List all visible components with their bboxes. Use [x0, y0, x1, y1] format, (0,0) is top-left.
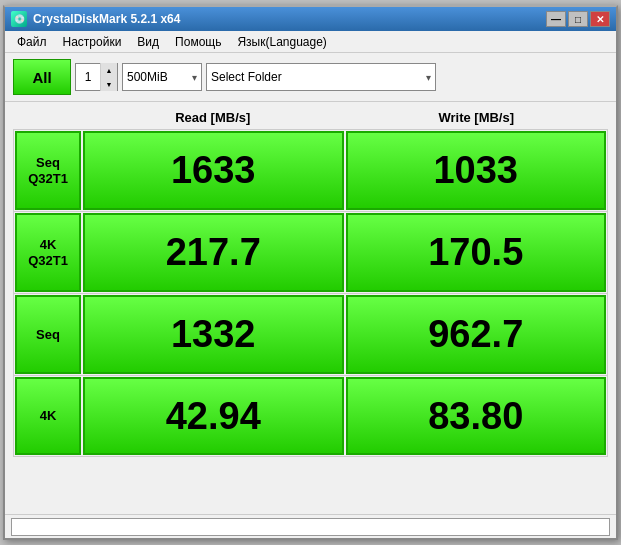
- title-bar-left: 💿 CrystalDiskMark 5.2.1 x64: [11, 11, 180, 27]
- column-headers: Read [MB/s] Write [MB/s]: [13, 110, 608, 129]
- count-value: 1: [76, 70, 100, 84]
- row-read-value: 1332: [83, 295, 344, 374]
- menu-view[interactable]: Вид: [129, 33, 167, 51]
- row-write-value: 962.7: [346, 295, 607, 374]
- app-icon: 💿: [11, 11, 27, 27]
- rows-container: SeqQ32T1 1633 1033 4KQ32T1 217.7 170.5 S…: [13, 129, 608, 457]
- write-header: Write [MB/s]: [345, 110, 609, 125]
- menu-language[interactable]: Язык(Language): [229, 33, 334, 51]
- folder-dropdown-arrow: ▾: [426, 72, 431, 83]
- minimize-button[interactable]: —: [546, 11, 566, 27]
- close-button[interactable]: ✕: [590, 11, 610, 27]
- status-field: [11, 518, 610, 536]
- table-row: SeqQ32T1 1633 1033: [13, 129, 608, 211]
- row-label: Seq: [15, 295, 81, 374]
- table-row: 4KQ32T1 217.7 170.5: [13, 211, 608, 293]
- count-down-arrow[interactable]: ▼: [101, 77, 117, 91]
- all-button[interactable]: All: [13, 59, 71, 95]
- row-write-value: 83.80: [346, 377, 607, 455]
- title-bar: 💿 CrystalDiskMark 5.2.1 x64 — □ ✕: [5, 7, 616, 31]
- row-read-value: 42.94: [83, 377, 344, 455]
- main-content: Read [MB/s] Write [MB/s] SeqQ32T1 1633 1…: [5, 102, 616, 514]
- size-value: 500MiB: [127, 70, 168, 84]
- menu-settings[interactable]: Настройки: [55, 33, 130, 51]
- toolbar: All 1 ▲ ▼ 500MiB ▾ Select Folder ▾: [5, 53, 616, 102]
- table-row: 4K 42.94 83.80: [13, 375, 608, 457]
- table-row: Seq 1332 962.7: [13, 293, 608, 375]
- menu-file[interactable]: Файл: [9, 33, 55, 51]
- row-label: 4K: [15, 377, 81, 455]
- row-write-value: 170.5: [346, 213, 607, 292]
- row-write-value: 1033: [346, 131, 607, 210]
- size-dropdown-arrow: ▾: [192, 72, 197, 83]
- count-spinbox[interactable]: 1 ▲ ▼: [75, 63, 118, 91]
- status-bar: [5, 514, 616, 538]
- window-title: CrystalDiskMark 5.2.1 x64: [33, 12, 180, 26]
- row-read-value: 217.7: [83, 213, 344, 292]
- row-label: 4KQ32T1: [15, 213, 81, 292]
- row-read-value: 1633: [83, 131, 344, 210]
- row-label: SeqQ32T1: [15, 131, 81, 210]
- count-arrows[interactable]: ▲ ▼: [100, 63, 117, 91]
- menu-bar: Файл Настройки Вид Помощь Язык(Language): [5, 31, 616, 53]
- menu-help[interactable]: Помощь: [167, 33, 229, 51]
- size-dropdown[interactable]: 500MiB ▾: [122, 63, 202, 91]
- read-header: Read [MB/s]: [81, 110, 345, 125]
- title-controls: — □ ✕: [546, 11, 610, 27]
- count-up-arrow[interactable]: ▲: [101, 63, 117, 77]
- maximize-button[interactable]: □: [568, 11, 588, 27]
- folder-value: Select Folder: [211, 70, 282, 84]
- folder-dropdown[interactable]: Select Folder ▾: [206, 63, 436, 91]
- app-window: 💿 CrystalDiskMark 5.2.1 x64 — □ ✕ Файл Н…: [3, 5, 618, 540]
